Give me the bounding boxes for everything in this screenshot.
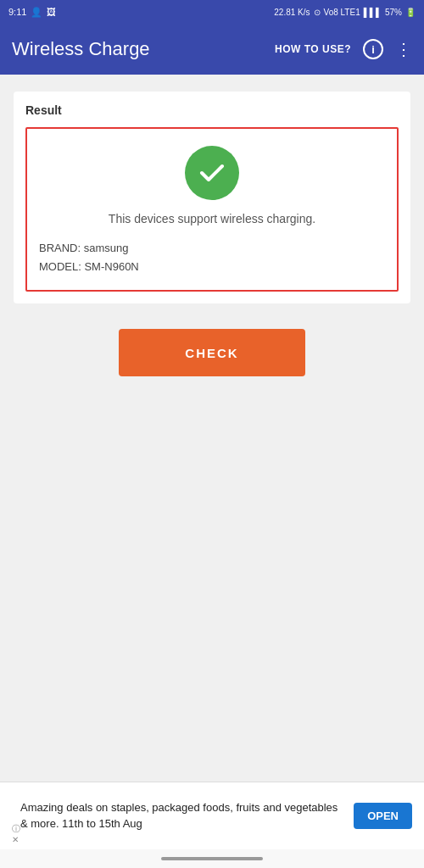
signal-icon: ▌▌▌ [364,8,382,17]
ad-info-icon: ⓘ✕ [12,823,20,844]
app-bar-actions: HOW TO USE? i ⋮ [275,39,412,59]
brand-info: BRAND: samsung [39,239,385,258]
status-right: 22.81 K/s ⊙ Vo8 LTE1 ▌▌▌ 57% 🔋 [274,8,416,17]
bottom-bar [0,849,424,868]
check-button-wrapper: CHECK [14,329,410,376]
data-speed: 22.81 K/s [274,8,310,17]
result-box: This devices support wireless charging. … [25,127,399,292]
image-icon: 🖼 [47,7,56,17]
checkmark-svg [197,158,227,188]
device-info: BRAND: samsung MODEL: SM-N960N [39,239,385,276]
ad-banner: ⓘ✕ Amazing deals on staples, packaged fo… [0,782,424,849]
app-bar: Wireless Charge HOW TO USE? i ⋮ [0,24,424,75]
app-title: Wireless Charge [12,38,265,60]
result-card: Result This devices support wireless cha… [14,92,410,303]
battery: 57% [385,8,402,17]
how-to-use-button[interactable]: HOW TO USE? [275,43,351,55]
info-button[interactable]: i [363,39,383,59]
ad-open-button[interactable]: OPEN [354,803,412,829]
more-button[interactable]: ⋮ [395,41,412,58]
status-bar: 9:11 👤 🖼 22.81 K/s ⊙ Vo8 LTE1 ▌▌▌ 57% 🔋 [0,0,424,24]
network-type: Vo8 LTE1 [324,8,360,17]
battery-icon: 🔋 [405,8,416,17]
status-time: 9:11 [8,7,26,17]
wifi-icon: ⊙ [314,8,321,17]
result-label: Result [25,103,399,117]
check-button[interactable]: CHECK [119,329,305,376]
ad-text: Amazing deals on staples, packaged foods… [12,800,345,831]
avatar-icon: 👤 [31,7,42,18]
support-text: This devices support wireless charging. [109,212,315,225]
main-content: Result This devices support wireless cha… [0,75,424,782]
success-icon [185,146,239,200]
model-info: MODEL: SM-N960N [39,258,385,276]
nav-pill [161,857,263,860]
status-left: 9:11 👤 🖼 [8,7,56,18]
